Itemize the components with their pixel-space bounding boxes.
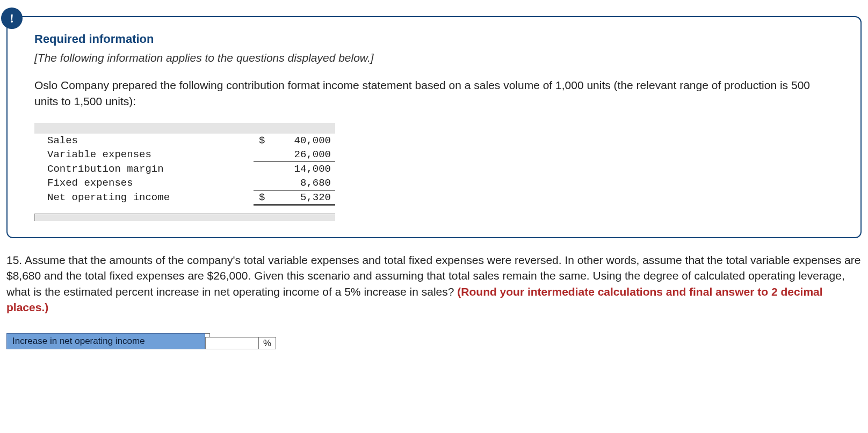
statement-value: 40,000 xyxy=(268,134,335,148)
statement-row: Net operating income$5,320 xyxy=(34,190,335,205)
table-footer-bar xyxy=(34,214,335,221)
answer-unit: % xyxy=(259,337,276,349)
income-statement: Sales$40,000Variable expenses26,000Contr… xyxy=(34,123,335,221)
statement-label: Net operating income xyxy=(34,190,254,205)
statement-row: Fixed expenses8,680 xyxy=(34,176,335,190)
alert-icon: ! xyxy=(1,8,23,29)
scenario-text: Oslo Company prepared the following cont… xyxy=(34,77,834,110)
statement-value: 8,680 xyxy=(268,176,335,190)
income-statement-table: Sales$40,000Variable expenses26,000Contr… xyxy=(34,134,335,206)
statement-value: 5,320 xyxy=(268,190,335,205)
required-information-panel: ! Required information [The following in… xyxy=(6,16,862,238)
statement-value: 14,000 xyxy=(268,162,335,176)
question-number: 15. xyxy=(6,254,22,266)
currency-symbol xyxy=(254,162,268,176)
statement-label: Variable expenses xyxy=(34,148,254,162)
answer-label: Increase in net operating income xyxy=(6,333,205,349)
currency-symbol xyxy=(254,176,268,190)
statement-label: Contribution margin xyxy=(34,162,254,176)
currency-symbol: $ xyxy=(254,134,268,148)
panel-heading: Required information xyxy=(34,32,834,46)
answer-row: Increase in net operating income % xyxy=(6,333,862,349)
statement-row: Sales$40,000 xyxy=(34,134,335,148)
statement-label: Sales xyxy=(34,134,254,148)
statement-value: 26,000 xyxy=(268,148,335,162)
statement-row: Contribution margin14,000 xyxy=(34,162,335,176)
currency-symbol: $ xyxy=(254,190,268,205)
input-tab-decorator xyxy=(205,333,210,337)
applies-note: [The following information applies to th… xyxy=(34,52,834,64)
statement-label: Fixed expenses xyxy=(34,176,254,190)
statement-row: Variable expenses26,000 xyxy=(34,148,335,162)
currency-symbol xyxy=(254,148,268,162)
table-header-bar xyxy=(34,123,335,134)
answer-input[interactable] xyxy=(205,337,259,349)
question-text: 15. Assume that the amounts of the compa… xyxy=(6,252,862,315)
